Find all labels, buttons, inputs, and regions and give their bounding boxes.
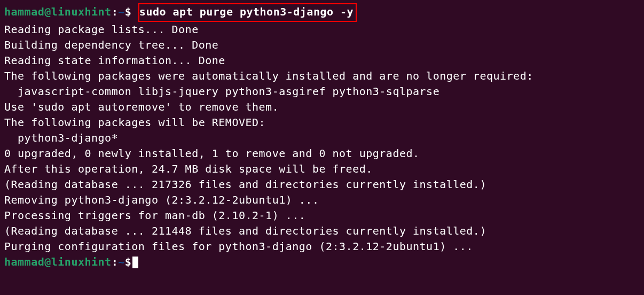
command-highlight-box: sudo apt purge python3-django -y xyxy=(138,3,357,22)
output-line: After this operation, 24.7 MB disk space… xyxy=(4,161,640,177)
terminal-line-prompt-2[interactable]: hammad@linuxhint:~$ xyxy=(4,254,640,270)
output-line: python3-django* xyxy=(4,130,640,146)
prompt-separator: : xyxy=(112,255,119,268)
terminal-line-prompt-1: hammad@linuxhint:~$ sudo apt purge pytho… xyxy=(4,3,640,22)
prompt-user: hammad@linuxhint xyxy=(4,5,112,18)
output-line: javascript-common libjs-jquery python3-a… xyxy=(4,84,640,99)
prompt-symbol: $ xyxy=(125,255,132,268)
prompt-path: ~ xyxy=(118,5,125,18)
output-line: (Reading database ... 211448 files and d… xyxy=(4,223,640,239)
cursor-icon xyxy=(132,257,138,268)
prompt-separator: : xyxy=(112,5,119,18)
output-line: The following packages were automaticall… xyxy=(4,68,640,84)
prompt-symbol: $ xyxy=(125,5,132,18)
output-line: Building dependency tree... Done xyxy=(4,37,640,53)
output-line: The following packages will be REMOVED: xyxy=(4,115,640,130)
output-line: 0 upgraded, 0 newly installed, 1 to remo… xyxy=(4,146,640,161)
output-line: Reading package lists... Done xyxy=(4,22,640,37)
prompt-path: ~ xyxy=(118,255,125,268)
command-text[interactable]: sudo apt purge python3-django -y xyxy=(139,5,354,18)
output-line: Reading state information... Done xyxy=(4,53,640,68)
output-line: (Reading database ... 217326 files and d… xyxy=(4,177,640,192)
prompt-user: hammad@linuxhint xyxy=(4,255,112,268)
output-line: Removing python3-django (2:3.2.12-2ubunt… xyxy=(4,192,640,208)
output-line: Processing triggers for man-db (2.10.2-1… xyxy=(4,208,640,223)
output-line: Use 'sudo apt autoremove' to remove them… xyxy=(4,99,640,115)
output-line: Purging configuration files for python3-… xyxy=(4,239,640,254)
